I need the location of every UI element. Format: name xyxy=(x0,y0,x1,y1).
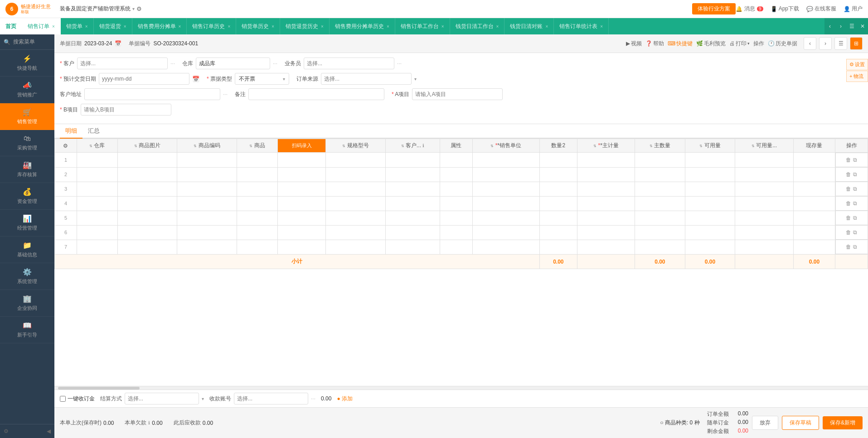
tab-home[interactable]: 首页 xyxy=(0,18,22,34)
tab-summary[interactable]: 汇总 xyxy=(82,124,105,138)
view-link[interactable]: ▶ 视频 xyxy=(626,40,642,48)
close-icon[interactable]: × xyxy=(85,24,88,29)
tab-sales-stats[interactable]: 销售订单统计表 × xyxy=(554,18,609,34)
row-copy-icon[interactable]: ⧉ xyxy=(853,215,857,221)
close-icon[interactable]: × xyxy=(545,24,548,29)
save-new-btn[interactable]: 保存&新增 xyxy=(823,416,863,429)
settings-side-btn[interactable]: ⚙ 设置 xyxy=(846,59,868,70)
order-source-input[interactable] xyxy=(321,73,412,85)
tab-return-history[interactable]: 销货退货历史 × xyxy=(280,18,330,34)
tab-cash-reconcile[interactable]: 钱货日清对账 × xyxy=(504,18,554,34)
close-icon[interactable]: × xyxy=(52,24,55,29)
account-input[interactable] xyxy=(234,393,308,404)
col-attribute[interactable]: 属性 xyxy=(440,139,473,153)
user-menu[interactable]: 👤 用户 xyxy=(844,5,863,13)
col-available[interactable]: ⇅ 可用量 xyxy=(685,139,735,153)
col-product-image[interactable]: ⇅ 商品图片 xyxy=(117,139,177,153)
warehouse-input[interactable] xyxy=(196,58,270,69)
save-draft-btn[interactable]: 保存草稿 xyxy=(782,416,819,430)
operate-link[interactable]: 操作 xyxy=(753,40,764,48)
notification-area[interactable]: 🔔 消息 9 xyxy=(736,5,763,13)
col-main-qty[interactable]: ⇅ 主数量 xyxy=(635,139,685,153)
tab-detail[interactable]: 明细 xyxy=(60,124,82,139)
next-record-btn[interactable]: › xyxy=(819,37,832,50)
row-delete-icon[interactable]: 🗑 xyxy=(846,157,851,163)
row-copy-icon[interactable]: ⧉ xyxy=(853,244,857,250)
dropdown-arrow-icon[interactable]: ▾ xyxy=(132,6,135,11)
col-settings[interactable]: ⚙ xyxy=(55,139,77,153)
tab-sales-order[interactable]: 销售订单 × xyxy=(22,18,61,34)
close-icon[interactable]: × xyxy=(321,24,324,29)
print-dropdown-icon[interactable]: ▾ xyxy=(747,41,750,46)
sidebar-item-sales[interactable]: 🛒 销售管理 xyxy=(0,103,54,130)
close-icon[interactable]: × xyxy=(124,24,126,29)
col-spec[interactable]: ⇅ 规格型号 xyxy=(326,139,386,153)
add-btn[interactable]: ● 添加 xyxy=(337,395,353,403)
row-delete-icon[interactable]: 🗑 xyxy=(846,244,851,250)
row-delete-icon[interactable]: 🗑 xyxy=(846,186,851,192)
col-product[interactable]: ⇅ 商品 xyxy=(237,139,277,153)
invoice-dropdown-icon[interactable]: ▾ xyxy=(283,77,285,82)
remark-input[interactable] xyxy=(248,88,384,100)
industry-btn[interactable]: 体验行业方案 xyxy=(692,3,736,14)
col-main-unit[interactable]: ⇅ **主计量 xyxy=(577,139,635,153)
close-icon[interactable]: × xyxy=(387,24,389,29)
add-logistics-btn[interactable]: + 物流 xyxy=(846,71,868,82)
warehouse-more-btn[interactable]: ··· xyxy=(273,60,277,67)
tab-fee-history[interactable]: 销售费用分摊单历史 × xyxy=(330,18,395,34)
salesperson-input[interactable] xyxy=(304,58,394,69)
payment-dropdown-icon[interactable]: ▾ xyxy=(202,396,204,401)
close-icon[interactable]: × xyxy=(272,24,274,29)
online-service-link[interactable]: 💬 在线客服 xyxy=(806,5,836,13)
row-delete-icon[interactable]: 🗑 xyxy=(846,215,851,221)
nav-more-btn[interactable]: ☰ xyxy=(846,18,857,34)
row-copy-icon[interactable]: ⧉ xyxy=(853,157,857,163)
sidebar-item-capital[interactable]: 💰 资金管理 xyxy=(0,183,54,210)
row-copy-icon[interactable]: ⧉ xyxy=(853,171,857,178)
sidebar-item-operations[interactable]: 📊 经营管理 xyxy=(0,210,54,236)
nav-next-btn[interactable]: › xyxy=(835,18,846,34)
row-copy-icon[interactable]: ⧉ xyxy=(853,186,857,192)
settings-small-icon[interactable]: ⚙ xyxy=(4,428,9,434)
prev-record-btn[interactable]: ‹ xyxy=(804,37,816,50)
col-scan[interactable]: 扫码录入 xyxy=(277,139,326,153)
tab-sales-goods[interactable]: 销货单 × xyxy=(61,18,94,34)
shortcut-link[interactable]: ⌨ 快捷键 xyxy=(668,40,693,48)
discard-btn[interactable]: 放弃 xyxy=(752,416,778,430)
col-current-stock[interactable]: 现存量 xyxy=(793,139,835,153)
table-settings-icon[interactable]: ⚙ xyxy=(63,143,68,149)
b-project-input[interactable] xyxy=(81,104,171,116)
sidebar-item-basic-info[interactable]: 📁 基础信息 xyxy=(0,236,54,263)
row-delete-icon[interactable]: 🗑 xyxy=(846,171,851,178)
delivery-input[interactable] xyxy=(99,73,189,85)
row-copy-icon[interactable]: ⧉ xyxy=(853,229,857,236)
tab-sales-fee[interactable]: 销售费用分摊单 × xyxy=(132,18,187,34)
auto-collect-input[interactable] xyxy=(60,396,66,402)
account-more-btn[interactable]: ··· xyxy=(311,395,315,402)
history-link[interactable]: 🕐 历史单据 xyxy=(768,40,797,48)
nav-prev-btn[interactable]: ‹ xyxy=(824,18,835,34)
salesperson-more-btn[interactable]: ··· xyxy=(397,60,402,67)
col-available2[interactable]: ⇅ 可用量... xyxy=(735,139,793,153)
row-delete-icon[interactable]: 🗑 xyxy=(846,200,851,207)
tab-cash-workbench[interactable]: 钱货日清工作台 × xyxy=(450,18,505,34)
a-project-input[interactable] xyxy=(412,88,503,100)
calendar-icon[interactable]: 📅 xyxy=(115,40,121,47)
col-customer-ref[interactable]: ⇅ 客户... ℹ xyxy=(385,139,440,153)
sidebar-item-marketing[interactable]: 📣 营销推广 xyxy=(0,77,54,103)
tab-order-history[interactable]: 销售订单历史 × xyxy=(187,18,236,34)
row-copy-icon[interactable]: ⧉ xyxy=(853,200,857,207)
sidebar-item-enterprise[interactable]: 🏢 企业协同 xyxy=(0,290,54,317)
profit-link[interactable]: 🌿 毛利预览 xyxy=(696,40,726,48)
address-input[interactable] xyxy=(84,88,220,100)
close-icon[interactable]: × xyxy=(228,24,230,29)
close-icon[interactable]: × xyxy=(441,24,444,29)
close-icon[interactable]: × xyxy=(496,24,499,29)
sidebar-item-purchase[interactable]: 🛍 采购管理 xyxy=(0,130,54,156)
sidebar-item-inventory[interactable]: 🏭 库存核算 xyxy=(0,156,54,183)
auto-collect-checkbox[interactable]: 一键收订金 xyxy=(60,395,95,403)
list-view-btn[interactable]: ☰ xyxy=(834,37,847,50)
h-scrollbar[interactable] xyxy=(54,386,868,390)
close-icon[interactable]: × xyxy=(179,24,181,29)
customer-input[interactable] xyxy=(77,58,168,69)
